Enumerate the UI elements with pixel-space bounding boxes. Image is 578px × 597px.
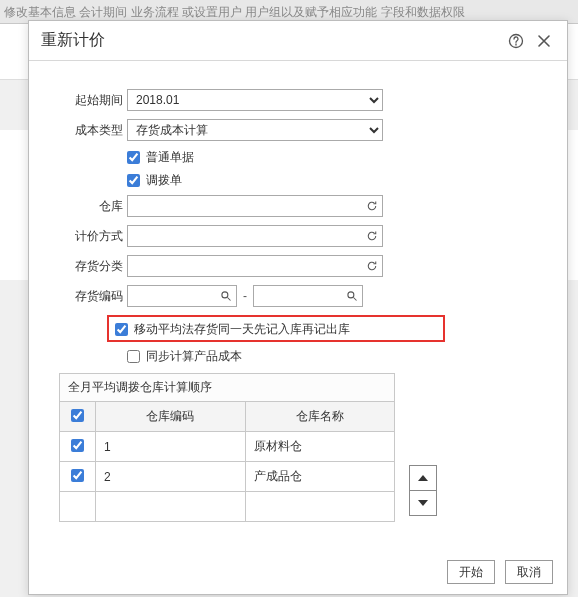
highlight-box: 移动平均法存货同一天先记入库再记出库: [107, 315, 445, 342]
pricing-method-input[interactable]: [127, 225, 383, 247]
warehouse-order-table: 仓库编码 仓库名称 1 原材料仓 2 产成品仓: [59, 401, 395, 522]
chk-normal-doc[interactable]: [127, 151, 140, 164]
move-down-button[interactable]: [409, 490, 437, 516]
label-cost-type: 成本类型: [59, 122, 123, 139]
label-stock-code: 存货编码: [59, 288, 123, 305]
table-row[interactable]: [60, 492, 395, 522]
order-buttons: [409, 465, 437, 516]
start-period-select[interactable]: 2018.01: [127, 89, 383, 111]
label-pricing-method: 计价方式: [59, 228, 123, 245]
chk-sync-cost-label: 同步计算产品成本: [146, 348, 242, 365]
refresh-icon[interactable]: [365, 259, 379, 273]
search-icon[interactable]: [345, 289, 359, 303]
cell-name: 原材料仓: [245, 432, 395, 462]
chk-select-all[interactable]: [71, 409, 84, 422]
move-up-button[interactable]: [409, 465, 437, 491]
chk-moving-avg[interactable]: [115, 323, 128, 336]
chk-moving-avg-label: 移动平均法存货同一天先记入库再记出库: [134, 321, 350, 338]
chk-sync-cost[interactable]: [127, 350, 140, 363]
svg-point-2: [348, 292, 354, 298]
cell-code: 2: [96, 462, 246, 492]
start-button[interactable]: 开始: [447, 560, 495, 584]
range-dash: -: [243, 289, 247, 303]
reprice-dialog: 重新计价 起始期间 2018.01 成本类型 存货成本计算: [28, 20, 568, 595]
label-start-period: 起始期间: [59, 92, 123, 109]
label-warehouse: 仓库: [59, 198, 123, 215]
col-check: [60, 402, 96, 432]
cancel-button[interactable]: 取消: [505, 560, 553, 584]
table-row[interactable]: 1 原材料仓: [60, 432, 395, 462]
search-icon[interactable]: [219, 289, 233, 303]
refresh-icon[interactable]: [365, 229, 379, 243]
chk-transfer-doc[interactable]: [127, 174, 140, 187]
stock-category-input[interactable]: [127, 255, 383, 277]
warehouse-input[interactable]: [127, 195, 383, 217]
chk-normal-doc-label: 普通单据: [146, 149, 194, 166]
chk-transfer-doc-label: 调拨单: [146, 172, 182, 189]
row-check[interactable]: [71, 439, 84, 452]
cell-name: 产成品仓: [245, 462, 395, 492]
dialog-body: 起始期间 2018.01 成本类型 存货成本计算 普通单据 调拨单 仓: [29, 61, 567, 550]
svg-point-1: [222, 292, 228, 298]
dialog-title: 重新计价: [41, 30, 499, 51]
refresh-icon[interactable]: [365, 199, 379, 213]
close-icon[interactable]: [533, 30, 555, 52]
table-row[interactable]: 2 产成品仓: [60, 462, 395, 492]
col-name: 仓库名称: [245, 402, 395, 432]
label-stock-category: 存货分类: [59, 258, 123, 275]
dialog-footer: 开始 取消: [29, 550, 567, 594]
cell-code: 1: [96, 432, 246, 462]
col-code: 仓库编码: [96, 402, 246, 432]
table-title: 全月平均调拨仓库计算顺序: [59, 373, 395, 401]
help-icon[interactable]: [505, 30, 527, 52]
dialog-header: 重新计价: [29, 21, 567, 61]
cost-type-select[interactable]: 存货成本计算: [127, 119, 383, 141]
row-check[interactable]: [71, 469, 84, 482]
